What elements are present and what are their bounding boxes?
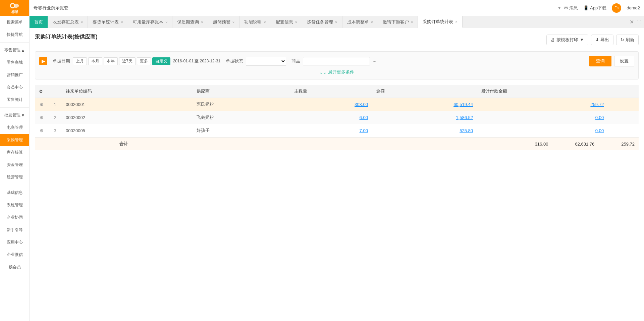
username[interactable]: demo2 (627, 5, 640, 10)
refresh-button[interactable]: ↻ 刷新 (616, 35, 639, 45)
expand-more-button[interactable]: ⌄⌄ 展开更多条件 (319, 69, 354, 75)
tab-function-desc[interactable]: 功能说明 × (239, 16, 271, 28)
phone-icon: 📱 (583, 5, 589, 10)
sidebar-item-member[interactable]: 会员中心 (0, 81, 29, 94)
chevron-down-icon-wholesale: ▼ (21, 113, 25, 118)
sidebar-item-vip[interactable]: 畅会员 (0, 261, 29, 273)
sidebar-item-basic-info[interactable]: 基础信息 (0, 186, 29, 199)
sidebar-item-retail-mall[interactable]: 零售商城 (0, 56, 29, 69)
row-quantity[interactable]: 303.00 (290, 98, 372, 111)
tab-close-collect-summary[interactable]: × (81, 20, 83, 24)
tab-close-config-info[interactable]: × (295, 20, 297, 24)
row-paid[interactable]: 0.00 (477, 124, 608, 137)
sidebar-item-enterprise[interactable]: 企业协同 (0, 211, 29, 224)
tab-overstock-warning[interactable]: 超储预警 × (208, 16, 239, 28)
tab-warranty-query[interactable]: 保质期查询 × (172, 16, 208, 28)
tab-close-warranty-query[interactable]: × (201, 20, 203, 24)
user-avatar[interactable]: Ea (612, 3, 621, 13)
row-amount[interactable]: 60,519.44 (372, 98, 477, 111)
tab-cost-adjust[interactable]: 成本调整单 × (342, 16, 378, 28)
settings-icon[interactable]: ⚙ (39, 89, 43, 94)
sidebar-item-ecommerce[interactable]: 电商管理 (0, 121, 29, 134)
tab-close-cost-adjust[interactable]: × (371, 20, 373, 24)
sidebar-item-purchase[interactable]: 采购管理 (0, 134, 29, 146)
tab-order-summary[interactable]: 要货单统计表 × (88, 16, 128, 28)
tab-collect-summary[interactable]: 收发存汇总表 × (48, 16, 88, 28)
row-settings[interactable]: ⚙ (35, 98, 48, 111)
sidebar-item-quick-nav[interactable]: 快捷导航 (0, 29, 29, 41)
table-row[interactable]: ⚙ 2 00020002 飞鹤奶粉 6.00 1,586.52 0.00 (35, 111, 639, 124)
date-btn-7days[interactable]: 近7天 (119, 57, 136, 65)
col-amount: 金额 (372, 85, 477, 98)
maximize-icon[interactable]: ⛶ (637, 19, 641, 25)
row-num: 2 (48, 111, 62, 124)
tab-invite-downstream[interactable]: 邀请下游客户 × (378, 16, 418, 28)
export-icon: ⬇ (595, 37, 599, 42)
app-download-button[interactable]: 📱 App下载 (583, 5, 606, 11)
tab-close-function-desc[interactable]: × (264, 20, 266, 24)
col-rownum (48, 85, 62, 98)
row-settings-icon[interactable]: ⚙ (40, 115, 44, 120)
tab-close-inventory-book[interactable]: × (165, 20, 167, 24)
row-quantity[interactable]: 6.00 (290, 111, 372, 124)
sidebar-item-wholesale[interactable]: 批发管理 ▼ (0, 109, 29, 121)
chevron-down-icon-topbar[interactable]: ▼ (557, 5, 561, 10)
date-btn-more[interactable]: 更多 (137, 57, 151, 65)
sidebar-item-marketing[interactable]: 营销推广 (0, 69, 29, 81)
tab-close-overstock-warning[interactable]: × (232, 20, 234, 24)
tab-config-info[interactable]: 配置信息 × (271, 16, 302, 28)
tab-close-order-summary[interactable]: × (121, 20, 123, 24)
filter-toggle-button[interactable]: ▶ (39, 57, 47, 65)
sidebar-item-inventory[interactable]: 库存核算 (0, 146, 29, 159)
sidebar-item-search[interactable]: 搜索菜单 (0, 16, 29, 29)
sidebar: 标版 搜索菜单 快捷导航 零售管理 ▲ 零售商城 营销推广 会员中心 零售统计 … (0, 0, 30, 321)
row-settings-icon[interactable]: ⚙ (40, 102, 44, 107)
tab-purchase-summary[interactable]: 采购订单统计表 × (418, 16, 462, 28)
row-paid[interactable]: 259.72 (477, 98, 608, 111)
col-settings[interactable]: ⚙ (35, 85, 48, 98)
sidebar-item-retail-stats[interactable]: 零售统计 (0, 94, 29, 106)
export-button[interactable]: ⬇ 导出 (591, 35, 613, 45)
col-quantity: 主数量 (290, 85, 372, 98)
table-row[interactable]: ⚙ 1 00020001 惠氏奶粉 303.00 60,519.44 259.7… (35, 98, 639, 111)
sidebar-item-operations[interactable]: 经营管理 (0, 171, 29, 183)
sidebar-item-new-guide[interactable]: 新手引导 (0, 224, 29, 236)
goods-input[interactable] (303, 57, 370, 65)
row-amount[interactable]: 525.80 (372, 124, 477, 137)
print-icon: 🖨 (551, 37, 555, 42)
row-paid[interactable]: 0.00 (477, 111, 608, 124)
print-button[interactable]: 🖨 按模板打印 ▼ (546, 35, 588, 45)
more-filter-icon[interactable]: ··· (373, 59, 376, 64)
tab-home[interactable]: 首页 (30, 16, 48, 28)
sidebar-item-enterprise-wechat[interactable]: 企业微信 (0, 249, 29, 261)
date-btn-this-year[interactable]: 本年 (104, 57, 118, 65)
tab-close-purchase-summary[interactable]: × (455, 20, 457, 24)
table-row[interactable]: ⚙ 3 00020005 好孩子 7.00 525.80 0.00 (35, 124, 639, 137)
row-quantity[interactable]: 7.00 (290, 124, 372, 137)
query-button[interactable]: 查询 (589, 56, 611, 66)
svg-point-1 (11, 4, 14, 7)
sidebar-item-finance[interactable]: 资金管理 (0, 159, 29, 171)
tab-close-picking-task[interactable]: × (335, 20, 337, 24)
settings-button[interactable]: 设置 (614, 56, 634, 66)
date-btn-custom[interactable]: 自定义 (152, 57, 170, 65)
date-btn-last-month[interactable]: 上月 (73, 57, 87, 65)
tab-inventory-book[interactable]: 可用量库存账本 × (128, 16, 172, 28)
date-range-display: 2016-01-01 至 2023-12-31 (173, 58, 220, 64)
status-select[interactable] (246, 57, 286, 66)
message-button[interactable]: ✉ 消息 (564, 5, 578, 11)
sidebar-item-app-center[interactable]: 应用中心 (0, 236, 29, 249)
row-settings-icon[interactable]: ⚙ (40, 128, 44, 133)
tab-picking-task[interactable]: 拣货任务管理 × (302, 16, 342, 28)
app-logo: 标版 (0, 0, 29, 16)
date-btn-this-month[interactable]: 本月 (88, 57, 102, 65)
table-header-row: ⚙ 往来单位编码 供应商 主数量 金额 累计付款金额 (35, 85, 639, 98)
message-icon: ✉ (564, 5, 568, 10)
row-amount[interactable]: 1,586.52 (372, 111, 477, 124)
close-tab-icon[interactable]: ✕ (630, 19, 634, 25)
sidebar-item-retail[interactable]: 零售管理 ▲ (0, 44, 29, 56)
sidebar-item-system[interactable]: 系统管理 (0, 199, 29, 211)
row-settings[interactable]: ⚙ (35, 124, 48, 137)
row-settings[interactable]: ⚙ (35, 111, 48, 124)
tab-close-invite-downstream[interactable]: × (411, 20, 413, 24)
